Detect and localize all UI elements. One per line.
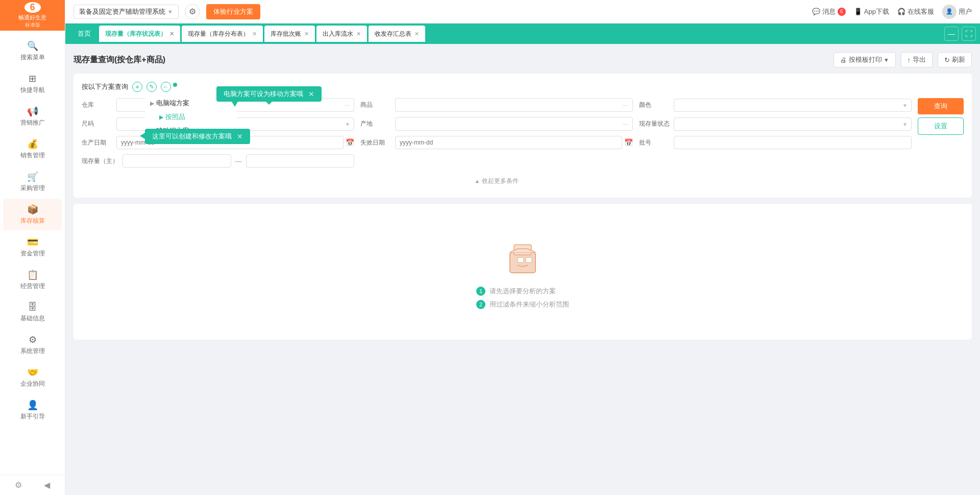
empty-state: 1 请先选择要分析的方案 2 用过滤条件来缩小分析范围 [74, 204, 972, 340]
print-template-button[interactable]: 🖨 按模板打印 ▼ [834, 52, 896, 67]
svg-rect-2 [518, 257, 524, 263]
add-scheme-button[interactable]: + [132, 82, 142, 92]
product-dots-icon: ··· [623, 101, 628, 109]
sidebar-item-operation[interactable]: 📋 经营管理 [3, 264, 62, 296]
sidebar-nav: 🔍 搜索菜单 ⊞ 快捷导航 📢 营销推广 💰 销售管理 🛒 采购管理 📦 库存核… [0, 31, 65, 475]
system-dropdown[interactable]: 装备及固定资产辅助管理系统 ▼ [74, 5, 179, 19]
sidebar-item-newbie[interactable]: 👤 新手引导 [3, 394, 62, 426]
sidebar-collapse-icon[interactable]: ◀ [44, 480, 50, 490]
tab-bar: 首页 现存量（库存状况表） ✕ 现存量（库存分布表） ✕ 库存批次账 ✕ 出入库… [65, 23, 980, 44]
message-icon: 💬 [812, 8, 820, 15]
empty-icon-svg [500, 234, 546, 280]
sidebar-item-enterprise[interactable]: 🤝 企业协同 [3, 362, 62, 393]
tab-label: 现存量（库存状况表） [105, 30, 166, 38]
logo-icon: 6 [24, 2, 41, 13]
scheme-tooltip-close[interactable]: ✕ [308, 90, 314, 98]
marketing-nav-icon: 📢 [27, 106, 38, 117]
reset-button[interactable]: 设置 [918, 117, 964, 135]
scheme-by-product[interactable]: ▶ 按照品 [155, 110, 237, 124]
tab-close-icon[interactable]: ✕ [356, 31, 361, 37]
sidebar-item-purchase[interactable]: 🛒 采购管理 [3, 166, 62, 198]
sidebar-logo: 6 畅通好生意 标准版 [0, 0, 65, 31]
settings-gear-icon: ⚙ [189, 7, 196, 16]
calendar-icon-expiry: 📅 [624, 138, 633, 147]
main-area: 装备及固定资产辅助管理系统 ▼ ⚙ 体验行业方案 💬 消息 6 📱 App下载 … [65, 0, 980, 495]
edit-scheme-button[interactable]: ✎ [146, 82, 157, 92]
online-support-button[interactable]: 🎧 在线客服 [897, 7, 934, 16]
sidebar-item-sales[interactable]: 💰 销售管理 [3, 133, 62, 165]
filter-stock-qty: 现存量（主） — [82, 154, 354, 168]
sidebar-item-finance[interactable]: 💳 资金管理 [3, 231, 62, 263]
empty-steps: 1 请先选择要分析的方案 2 用过滤条件来缩小分析范围 [476, 287, 569, 309]
origin-dots-icon: ··· [623, 120, 628, 128]
tab-close-icon[interactable]: ✕ [414, 31, 419, 37]
sidebar-item-label: 快捷导航 [20, 86, 45, 95]
sidebar-item-guide[interactable]: ⊞ 快捷导航 [3, 68, 62, 100]
empty-illustration [500, 234, 546, 280]
sidebar-item-marketing[interactable]: 📢 营销推广 [3, 101, 62, 132]
tab-right-buttons: — ⛶ [944, 27, 976, 41]
stock-status-select-wrap[interactable]: ▼ [674, 117, 912, 131]
refresh-button[interactable]: ↻ 刷新 [938, 52, 972, 67]
tab-summary[interactable]: 收发存汇总表 ✕ [369, 26, 425, 42]
product-input[interactable]: ··· [395, 98, 633, 112]
stock-qty-from[interactable] [122, 154, 231, 168]
sidebar-item-label: 资金管理 [20, 249, 45, 258]
tab-inventory-distribution[interactable]: 现存量（库存分布表） ✕ [182, 26, 263, 42]
filter-expiry-date: 失效日期 📅 [360, 136, 633, 149]
stock-status-select[interactable] [674, 117, 912, 131]
origin-input[interactable]: ··· [395, 117, 633, 131]
sub-arrow-icon: ▶ [159, 114, 163, 121]
settings-button[interactable]: ⚙ [185, 4, 200, 19]
tab-close-icon[interactable]: ✕ [252, 31, 257, 37]
stock-qty-to[interactable] [246, 154, 355, 168]
empty-step-1: 1 请先选择要分析的方案 [476, 287, 569, 296]
back-scheme-button[interactable]: ← [161, 82, 171, 92]
tab-inventory-status[interactable]: 现存量（库存状况表） ✕ [99, 26, 180, 42]
page-title-bar: 现存量查询(按仓库+商品) 🖨 按模板打印 ▼ ↑ 导出 ↻ 刷新 [74, 52, 972, 67]
warehouse-dots-icon: ··· [344, 101, 350, 109]
experience-button[interactable]: 体验行业方案 [206, 4, 260, 19]
step-2-number: 2 [476, 300, 485, 309]
expiry-date-from[interactable] [395, 136, 622, 149]
collapse-button[interactable]: ▲ 收起更多条件 [82, 173, 912, 190]
tab-in-out-flow[interactable]: 出入库流水 ✕ [316, 26, 367, 42]
search-button[interactable]: 查询 [918, 98, 964, 114]
sidebar-item-system[interactable]: ⚙ 系统管理 [3, 329, 62, 361]
batch-no-input[interactable] [674, 136, 912, 149]
tab-close-icon[interactable]: ✕ [304, 31, 309, 37]
filter-stock-status: 现存量状态 ▼ [639, 117, 912, 131]
app-download-button[interactable]: 📱 App下载 [854, 7, 889, 16]
print-icon: 🖨 [840, 56, 847, 64]
svg-rect-3 [526, 257, 532, 263]
tab-home[interactable]: 首页 [69, 23, 99, 44]
messages-button[interactable]: 💬 消息 6 [812, 7, 846, 16]
sidebar-item-label: 营销推广 [20, 119, 45, 127]
filter-label: 按以下方案查询 [82, 82, 128, 91]
edit-tooltip-close[interactable]: ✕ [237, 132, 243, 140]
sidebar-item-search[interactable]: 🔍 搜索菜单 [3, 35, 62, 67]
batch-no-label: 批号 [639, 138, 670, 147]
color-select[interactable] [674, 99, 912, 112]
operation-nav-icon: 📋 [27, 269, 38, 280]
message-badge: 6 [838, 8, 846, 16]
sidebar-item-label: 基础信息 [20, 314, 45, 323]
sidebar-item-basic[interactable]: 🗄 基础信息 [3, 297, 62, 328]
color-select-wrap[interactable]: ▼ [674, 99, 912, 112]
tab-close-icon[interactable]: ✕ [169, 31, 174, 37]
avatar: 👤 [942, 5, 957, 19]
calendar-icon-prod: 📅 [346, 138, 354, 147]
color-label: 颜色 [639, 101, 670, 109]
export-button[interactable]: ↑ 导出 [901, 52, 933, 67]
tab-inventory-batch[interactable]: 库存批次账 ✕ [264, 26, 315, 42]
basic-nav-icon: 🗄 [28, 302, 37, 313]
sidebar-item-inventory[interactable]: 📦 库存核算 [3, 199, 62, 230]
sidebar-settings-icon[interactable]: ⚙ [15, 480, 22, 490]
user-menu-button[interactable]: 👤 用户 [942, 5, 972, 19]
dropdown-arrow-icon: ▼ [167, 9, 173, 15]
system-nav-icon: ⚙ [29, 334, 37, 345]
stock-qty-range: — [122, 154, 354, 168]
online-support-label: 在线客服 [908, 7, 934, 16]
tab-maximize-button[interactable]: ⛶ [962, 27, 976, 41]
tab-minimize-button[interactable]: — [944, 27, 959, 41]
